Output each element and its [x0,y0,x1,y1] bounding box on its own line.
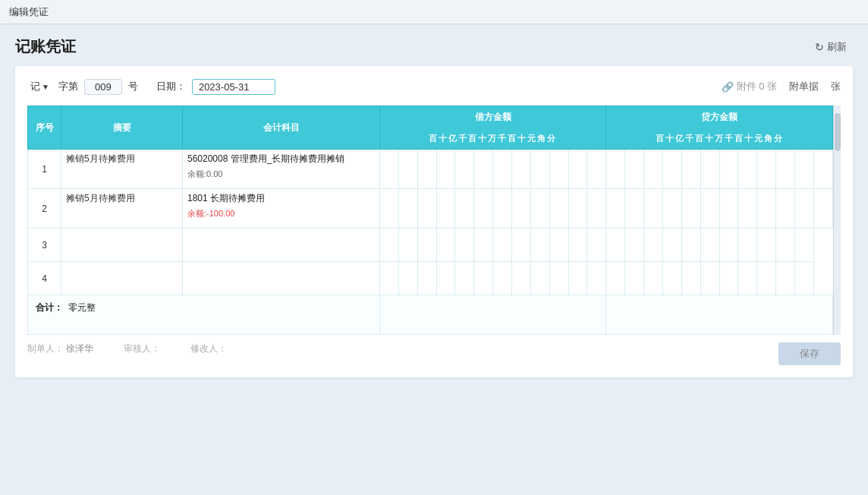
row-debit-3[interactable] [417,150,436,189]
voucher-meta: 记 ▼ 字第 号 日期： 🔗 附件 0 张 附单据 [27,78,841,95]
row-summary[interactable]: 摊销5月待摊费用 [61,189,183,229]
table-row: 4 [28,262,833,295]
row-summary[interactable] [61,262,183,295]
row-debit-12[interactable] [587,150,606,189]
row-credit-7[interactable] [719,150,738,189]
th-summary: 摘要 [61,106,183,150]
row-credit-1[interactable] [606,150,625,189]
total-label: 合计： 零元整 [28,295,380,335]
row-account[interactable]: 1801 长期待摊费用 余额:-100.00 [183,189,380,229]
main-container: 记账凭证 ↻ 刷新 记 ▼ 字第 号 日期： 🔗 [0,24,868,495]
row-credit-9[interactable] [757,150,776,189]
date-label: 日期： [156,80,186,93]
single-voucher-button[interactable]: 附单据 [789,80,819,93]
row-debit-7[interactable] [493,150,512,189]
th-debit-group: 借方金额 [380,106,606,129]
row-seq: 3 [28,229,61,262]
row-summary[interactable]: 摊销5月待摊费用 [61,150,183,189]
total-value: 零元整 [68,302,96,313]
hao-label: 号 [128,80,138,93]
row-debit-2[interactable] [398,150,417,189]
scrollbar-thumb[interactable] [835,113,841,151]
row-seq: 4 [28,262,61,295]
row-seq: 1 [28,150,61,189]
row-account[interactable] [183,229,380,262]
th-credit-sub: 百十亿千百十万千百十元角分 [606,128,833,150]
total-row: 合计： 零元整 [28,295,833,335]
row-credit-11[interactable] [795,150,814,189]
row-debit-10[interactable] [549,150,568,189]
th-seq: 序号 [28,106,61,150]
th-debit-sub: 百十亿千百十万千百十元角分 [380,128,606,150]
page-title: 记账凭证 [15,36,76,57]
row-debit-11[interactable] [568,150,587,189]
reviewer-field: 审核人： [124,342,160,365]
ji-label: 记 [30,80,40,93]
scrollbar-track[interactable] [833,106,841,335]
creator-name: 徐泽华 [66,343,93,354]
attach-icon: 🔗 [722,81,734,93]
row-seq: 2 [28,189,61,229]
zi-label: 字第 [58,80,78,93]
row-debit-4[interactable] [436,150,455,189]
total-debit [380,295,606,335]
row-credit-8[interactable] [738,150,757,189]
creator-field: 制单人： 徐泽华 [27,342,93,365]
title-bar: 编辑凭证 [0,0,868,24]
row-debit-9[interactable] [530,150,549,189]
th-credit-group: 贷方金额 [606,106,833,129]
ji-dropdown-icon: ▼ [42,83,49,91]
row-credit-3[interactable] [644,150,663,189]
total-credit [606,295,833,335]
row-debit-1[interactable] [380,150,399,189]
zhang-label: 张 [831,80,841,93]
row-credit-5[interactable] [681,150,700,189]
row-debit-5[interactable] [455,150,474,189]
page-header: 记账凭证 ↻ 刷新 [15,36,853,57]
row-account[interactable] [183,262,380,295]
row-credit-10[interactable] [776,150,795,189]
voucher-table: 序号 摘要 会计科目 借方金额 [27,106,833,335]
voucher-table-wrapper: 序号 摘要 会计科目 借方金额 [27,106,841,365]
voucher-card: 记 ▼ 字第 号 日期： 🔗 附件 0 张 附单据 [15,66,853,377]
row-account[interactable]: 56020008 管理费用_长期待摊费用摊销 余额:0.00 [183,150,380,189]
save-button[interactable]: 保存 [778,342,841,365]
attach-label: 附件 0 张 [737,80,777,93]
row-debit-6[interactable] [474,150,493,189]
ji-type-button[interactable]: 记 ▼ [27,78,52,95]
refresh-label: 刷新 [827,40,847,54]
modifier-field: 修改人： [190,342,227,365]
title-bar-label: 编辑凭证 [9,5,49,19]
voucher-number-input[interactable] [84,79,122,95]
date-input[interactable] [192,79,275,95]
table-row: 3 [28,229,833,262]
table-row: 2 摊销5月待摊费用 1801 长期待摊费用 余额:-100.00 [28,189,833,229]
row-summary[interactable] [61,229,183,262]
row-credit-6[interactable] [700,150,719,189]
row-debit-8[interactable] [512,150,531,189]
refresh-button[interactable]: ↻ 刷新 [809,37,853,57]
footer-info: 制单人： 徐泽华 审核人： 修改人： 保存 [27,335,841,365]
row-credit-4[interactable] [663,150,682,189]
table-row: 1 摊销5月待摊费用 56020008 管理费用_长期待摊费用摊销 余额:0.0… [28,150,833,189]
refresh-icon: ↻ [815,41,824,53]
row-credit-12[interactable] [813,150,832,189]
row-credit-2[interactable] [625,150,644,189]
meta-right: 🔗 附件 0 张 附单据 张 [722,80,841,93]
th-account: 会计科目 [183,106,380,150]
attach-button[interactable]: 🔗 附件 0 张 [722,80,777,93]
